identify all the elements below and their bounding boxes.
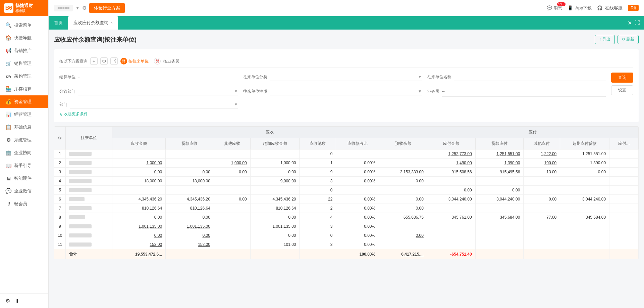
filter-dept-manager: 分管部门 ▼ (59, 86, 238, 97)
scheme-by-partner[interactable]: 财 按往来单位 (120, 58, 149, 64)
sidebar-item-inventory[interactable]: 🏪库存核算 (0, 83, 48, 95)
dept-dropdown[interactable]: ▼ (234, 102, 238, 107)
sidebar-item-label: 销售管理 (14, 60, 32, 67)
sidebar-item-label: 企业协同 (14, 150, 32, 156)
dept-manager-label: 分管部门 (59, 89, 75, 94)
sidebar-item-marketing[interactable]: 📢营销推广 (0, 44, 48, 57)
scheme-partner-icon: 财 (120, 58, 127, 64)
app-download[interactable]: 📱 App下载 (568, 5, 592, 11)
table-row: 4■■■■18,000.0018,000.009,000.0030.00%0.0… (54, 177, 639, 186)
finance-icon: 💰 (5, 99, 11, 105)
tab-close-all-icon[interactable]: ✕ (628, 20, 632, 26)
settings-button[interactable]: 设置 (611, 85, 633, 95)
table-row: 2■■■■1,000.001,000.001,000.0010.00%1,490… (54, 159, 639, 168)
table-row: 7■■■■810,126.64810,126.64810,126.6420.00… (54, 204, 639, 213)
partner-name-input[interactable] (454, 73, 606, 81)
sidebar-item-label: 新手引导 (14, 163, 32, 169)
top-bar-right: 💬 消息 99+ 📱 App下载 🎧 在线客服 Rit (547, 5, 639, 11)
tab-close-icon[interactable]: × (110, 20, 113, 25)
purchase-icon: 🛍 (5, 74, 11, 79)
sidebar-item-search-menu[interactable]: 🔍搜索菜单 (0, 19, 48, 32)
hardware-icon: 🖥 (5, 176, 11, 181)
add-scheme-button[interactable]: + (90, 57, 98, 65)
inventory-icon: 🏪 (5, 86, 11, 92)
user-avatar[interactable]: Rit (628, 5, 639, 11)
sidebar-item-member[interactable]: 🎖畅会员 (0, 197, 48, 210)
sidebar-item-label: 搜索菜单 (14, 22, 32, 28)
filter-partner-name: 往来单位名称 (427, 72, 606, 82)
partner-category-label: 往来单位分类 (243, 74, 267, 80)
sidebar-item-operation[interactable]: 📊经营管理 (0, 108, 48, 121)
sidebar-item-label: 畅会员 (14, 201, 27, 207)
collapse-scheme-button[interactable]: 《 (110, 57, 118, 65)
sales-icon: 🛒 (5, 60, 11, 67)
th-partner: 往来单位 (66, 127, 112, 149)
dropdown-icon[interactable]: ▼ (75, 6, 79, 10)
filter-salesman: 业务员 (427, 86, 606, 97)
sidebar-item-label: 库存核算 (14, 86, 32, 92)
scheme-bar: 按以下方案查询 + ⚙ 《 财 按往来单位 ⏰ 按业务员 (59, 55, 633, 68)
settings-gear-icon[interactable]: ⚙ (82, 5, 87, 11)
tab-home[interactable]: 首页 (49, 16, 68, 30)
sidebar-item-basic-info[interactable]: 📋基础信息 (0, 121, 48, 134)
filter-settlement-unit: 结算单位 (59, 72, 238, 82)
sidebar-item-enterprise[interactable]: 🏢企业协同 (0, 146, 48, 159)
logo-sub: 标准版 (15, 9, 33, 13)
th-group-ap: 应付 (427, 127, 638, 138)
partner-nature-label: 往来单位性质 (243, 89, 267, 94)
sidebar-item-system[interactable]: ⚙系统管理 (0, 134, 48, 146)
th-ar-amount: 应收金额 (112, 138, 166, 149)
salesman-label: 业务员 (427, 89, 439, 94)
table-row: 9■■■■1,001,135.001,001,135.001,001,135.0… (54, 222, 639, 231)
download-label: App下载 (575, 5, 592, 10)
partner-nature-dropdown[interactable]: ▼ (418, 89, 422, 94)
sidebar-item-finance[interactable]: 💰资金管理 (0, 95, 48, 108)
dept-manager-dropdown[interactable]: ▼ (234, 89, 238, 94)
table-settings-header[interactable]: ⚙ (54, 127, 66, 149)
th-ap-other: 其他应付 (524, 138, 560, 149)
settlement-unit-label: 结算单位 (59, 74, 75, 80)
tab-bar-controls: ✕ ⛶ (628, 20, 644, 26)
sidebar-item-quick-nav[interactable]: 🏠快捷导航 (0, 32, 48, 44)
online-service[interactable]: 🎧 在线客服 (597, 5, 623, 11)
settlement-unit-input[interactable] (78, 73, 238, 81)
collapse-icon[interactable]: ⏸ (14, 298, 19, 304)
settings-icon[interactable]: ⚙ (5, 298, 10, 304)
tab-expand-icon[interactable]: ⛶ (635, 20, 640, 26)
table-row: 8P0.000.000.0040.00%655,636.75345,761.00… (54, 213, 639, 222)
partner-name-label: 往来单位名称 (427, 74, 451, 80)
table-row: 5■■■■00.000.00 (54, 186, 639, 195)
solution-button[interactable]: 体验行业方案 (89, 3, 125, 13)
sidebar-item-hardware[interactable]: 🖥智能硬件 (0, 172, 48, 185)
marketing-icon: 📢 (5, 48, 11, 54)
edit-scheme-button[interactable]: ⚙ (100, 57, 108, 65)
footer-ar-ratio: 100.00% (336, 249, 379, 259)
operation-icon: 📊 (5, 112, 11, 118)
th-ar-ratio: 应收款占比 (336, 138, 379, 149)
partner-category-dropdown[interactable]: ▼ (418, 75, 422, 79)
main-content: 应收应付余额查询(按往来单位) ↑ 导出 ↺ 刷新 按以下方案查询 + ⚙ 《 … (49, 30, 644, 308)
sidebar-item-wechat[interactable]: 💬企业微信 (0, 185, 48, 197)
page-title: 应收应付余额查询(按往来单位) (54, 36, 137, 44)
query-button[interactable]: 查询 (611, 73, 633, 83)
footer-no (54, 249, 66, 259)
export-button[interactable]: ↑ 导出 (595, 35, 614, 44)
salesman-input[interactable] (442, 88, 606, 95)
sidebar-item-guide[interactable]: 📖新手引导 (0, 159, 48, 172)
sidebar: B6 畅捷通财 标准版 🔍搜索菜单🏠快捷导航📢营销推广🛒销售管理🛍采购管理🏪库存… (0, 0, 49, 308)
tab-ar-ap[interactable]: 应收应付余额查询 × (68, 16, 118, 30)
message-wrap[interactable]: 💬 消息 99+ (547, 5, 562, 11)
table-row: 6^4,345,436.204,345,436.200.004,345,436.… (54, 195, 639, 204)
breadcrumb: ■■■■■ (54, 5, 73, 11)
top-bar-left: ■■■■■ ▼ ⚙ 体验行业方案 (54, 3, 547, 13)
collapse-more-btn[interactable]: ∧ 收起更多条件 (59, 111, 606, 117)
sidebar-item-sales[interactable]: 🛒销售管理 (0, 57, 48, 70)
sidebar-item-purchase[interactable]: 🛍采购管理 (0, 70, 48, 83)
scheme-by-salesman[interactable]: ⏰ 按业务员 (154, 58, 179, 64)
footer-ar-prepay: 6,417,215.... (379, 249, 427, 259)
collapse-icon: ∧ (59, 112, 62, 117)
member-icon: 🎖 (5, 201, 11, 207)
sidebar-item-label: 智能硬件 (14, 175, 32, 181)
refresh-button[interactable]: ↺ 刷新 (618, 35, 639, 44)
app-logo: B6 畅捷通财 标准版 (0, 0, 48, 16)
